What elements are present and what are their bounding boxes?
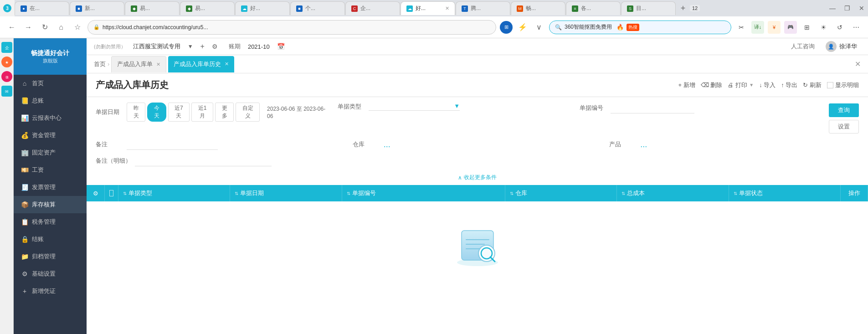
sun-icon[interactable]: ☀ [817,21,830,34]
browser-grid-icon[interactable]: ⊞ [500,21,513,34]
collapse-button[interactable]: ∧ 收起更多条件 [96,170,859,185]
tab-current-page-close[interactable]: ✕ [225,61,229,67]
lightning-icon[interactable]: ⚡ [516,21,529,34]
user-service-label[interactable]: 人工咨询 [791,42,815,51]
minimize-button[interactable]: — [826,2,839,15]
tab-list-page[interactable]: 产成品入库单 ✕ [111,56,166,72]
th-type[interactable]: ⇅ 单据类型 [118,185,230,201]
sidebar-item-payroll[interactable]: 💴 工资 [14,161,87,179]
th-warehouse[interactable]: ⇅ 仓库 [505,185,617,201]
tab-6[interactable]: ■ 个... [290,1,345,15]
expand-button[interactable]: ∨ [533,21,545,34]
tab-current-page[interactable]: 产成品入库单历史 ✕ [168,56,234,72]
export-button[interactable]: ↑ 导出 [781,81,797,89]
new-tab-button[interactable]: + [676,1,690,15]
sidebar-item-tax[interactable]: 📋 税务管理 [14,213,87,231]
settings-gear-icon[interactable]: ⚙ [212,43,218,50]
scissors-icon[interactable]: ✂ [735,21,748,34]
tab-7[interactable]: C 企... [345,1,400,15]
warehouse-filter-dots[interactable]: ... [384,140,390,149]
date-btn-7days[interactable]: 近7天 [168,103,190,122]
type-filter-select[interactable]: ▼ [369,103,460,111]
panel-close-x[interactable]: ✕ [855,60,861,68]
date-btn-more[interactable]: 更多 [215,103,234,122]
sidebar-item-ledger[interactable]: 📒 总账 [14,92,87,109]
address-bar[interactable]: 🔒 https://cloud.chanjet.com/accounting/u… [87,20,496,35]
home-button[interactable]: ⌂ [55,21,67,34]
date-btn-today[interactable]: 今天 [147,103,166,122]
add-button[interactable]: + 新增 [678,81,695,89]
tab-4[interactable]: ◆ 易... [180,1,235,15]
product-filter-dots[interactable]: ... [640,140,647,149]
date-btn-1month[interactable]: 近1月 [191,103,213,122]
period-calendar-icon[interactable]: 📅 [277,43,285,50]
sidebar-item-newvoucher[interactable]: + 新增凭证 [14,283,87,300]
sidebar-item-cash[interactable]: 💰 资金管理 [14,127,87,144]
sidebar-item-inventory[interactable]: 📦 库存核算 [14,196,87,213]
remark-filter-input[interactable] [127,139,218,150]
tab-10[interactable]: M 畅... [511,1,565,15]
breadcrumb-home[interactable]: 首页 [94,60,106,68]
tab-8-close[interactable]: ✕ [445,5,449,11]
th-checkbox[interactable] [105,185,118,201]
tab-5[interactable]: ☁ 好... [235,1,290,15]
yuan-icon[interactable]: ¥ [768,21,781,34]
print-button[interactable]: 🖨 打印 ▼ [728,81,754,89]
th-cost[interactable]: ⇅ 总成本 [617,185,729,201]
tab-9[interactable]: T 腾... [456,1,510,15]
refresh-button-page[interactable]: ↻ 刷新 [803,81,822,89]
grid-icon[interactable]: ⊞ [801,21,813,34]
more-icon[interactable]: ⋯ [850,21,863,34]
th-settings[interactable]: ⚙ [87,185,105,201]
delete-button[interactable]: ⌫ 删除 [701,81,723,89]
sidebar-item-archive[interactable]: 📁 归档管理 [14,248,87,265]
tab-1[interactable]: ● 在... [15,1,69,15]
close-button[interactable]: ✕ [855,2,868,15]
sidebar-item-home[interactable]: ⌂ 首页 [14,75,87,92]
nav-logo-title: 畅捷通好会计 [31,49,69,57]
tab-count[interactable]: 12 [690,5,700,11]
date-btn-yesterday[interactable]: 昨天 [127,103,145,122]
sidebar-item-settings[interactable]: ⚙ 基础设置 [14,265,87,283]
refresh-button[interactable]: ↻ [38,21,51,34]
back-button[interactable]: ← [5,21,18,34]
th-date[interactable]: ⇅ 单据日期 [230,185,342,201]
sidebar-app-icon-2[interactable]: ★ [1,57,12,67]
tab-11[interactable]: ≡ 各... [566,1,621,15]
display-toggle[interactable]: 显示明细 [827,81,859,89]
tab-2[interactable]: ■ 新... [70,1,124,15]
tab-8[interactable]: ☁ 好... ✕ [401,1,455,15]
forward-button[interactable]: → [22,21,35,34]
game-icon[interactable]: 🎮 [784,21,797,34]
archive-icon: 📁 [21,253,28,260]
tab-list-page-close[interactable]: ✕ [156,62,160,67]
history-icon[interactable]: ↺ [833,21,846,34]
th-status[interactable]: ⇅ 单据状态 [729,185,841,201]
sidebar-app-icon-1[interactable]: 企 [1,42,12,53]
header-checkbox[interactable] [109,190,113,196]
sidebar-item-closing[interactable]: 🔒 结账 [14,231,87,248]
sidebar-app-icon-4[interactable]: ✉ [1,86,12,97]
sidebar-app-icon-3[interactable]: 微 [1,71,12,82]
number-filter-input[interactable] [611,103,694,113]
translate-icon[interactable]: 译↓ [751,21,764,34]
add-account-button[interactable]: + [200,42,205,51]
tab-3[interactable]: ◆ 易... [125,1,180,15]
sidebar-item-report[interactable]: 📊 云报表中心 [14,109,87,127]
bookmark-button[interactable]: ☆ [71,21,84,34]
print-dropdown-icon[interactable]: ▼ [749,82,754,87]
detail-remark-input[interactable] [135,155,272,166]
setting-button[interactable]: 设置 [829,120,859,134]
tab-12[interactable]: S 目... [621,1,676,15]
display-checkbox[interactable] [827,82,833,88]
sidebar-item-invoice[interactable]: 🧾 发票管理 [14,179,87,196]
type-dropdown-icon[interactable]: ▼ [454,103,460,109]
restore-button[interactable]: ❐ [841,2,853,15]
th-number[interactable]: ⇅ 单据编号 [342,185,505,201]
import-button[interactable]: ↓ 导入 [759,81,776,89]
search-bar[interactable]: 🔍 360智能抠图免费用 🔥 热搜 [549,21,731,34]
query-button[interactable]: 查询 [829,103,859,117]
sidebar-item-fixed[interactable]: 🏢 固定资产 [14,144,87,161]
date-btn-custom[interactable]: 自定义 [236,103,260,122]
account-dropdown-icon[interactable]: ▼ [188,43,193,50]
